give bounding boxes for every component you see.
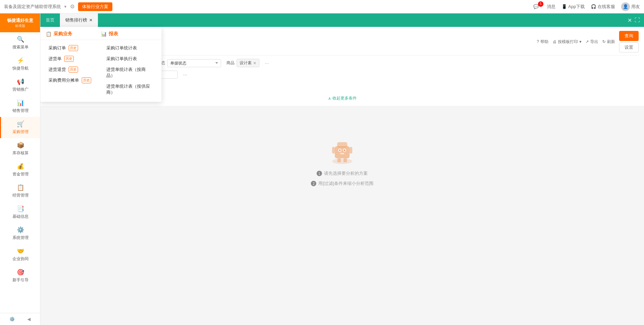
- menu-item-purchase-order[interactable]: 采购订单 历史: [46, 43, 98, 53]
- tab-close-icon[interactable]: ✕: [89, 18, 93, 23]
- top-bar: 装备及固定资产辅助管理系统 ▾ ⚙ 体验行业方案 💬 5 消息 📱 App下载 …: [0, 0, 644, 13]
- svg-rect-1: [335, 146, 350, 158]
- settings-btn[interactable]: 设置: [619, 42, 639, 52]
- query-btn[interactable]: 查询: [619, 31, 639, 41]
- sidebar-label-system: 系统管理: [12, 235, 29, 241]
- svg-point-5: [339, 150, 341, 151]
- collapse-sidebar-icon[interactable]: ◀: [27, 317, 31, 322]
- sidebar-item-collab[interactable]: 🤝 企业协同: [0, 244, 40, 265]
- tab-bar: 首页 销售排行榜 ✕ ✕ ⛶: [40, 13, 644, 27]
- print-dropdown-icon: ▾: [579, 39, 581, 44]
- finance-icon: 💰: [17, 163, 24, 170]
- help-btn[interactable]: ? 帮助: [537, 39, 548, 45]
- system-name: 装备及固定资产辅助管理系统: [4, 4, 61, 10]
- help-label: 帮助: [540, 39, 548, 45]
- menu-item-order-stats[interactable]: 采购订单统计表: [104, 43, 156, 53]
- refresh-btn[interactable]: ↻ 刷新: [602, 39, 615, 45]
- user-item[interactable]: 👤 用友: [621, 2, 640, 11]
- goods-label: 商品: [226, 60, 235, 66]
- goods-tag-close[interactable]: ✕: [253, 61, 256, 66]
- empty-hint-1: 1 请先选择要分析的方案: [317, 170, 368, 176]
- row2-more-dots[interactable]: ···: [183, 72, 187, 77]
- menu-item-incoming-stats-supplier[interactable]: 进货单统计表（按供应商）: [104, 81, 156, 98]
- online-service-item[interactable]: 🎧 在线客服: [591, 4, 615, 10]
- settings-bottom-icon[interactable]: ⚙️: [9, 317, 15, 322]
- return-label: 进货退货: [48, 67, 66, 73]
- menu-item-incoming[interactable]: 进货单 历史: [46, 53, 98, 64]
- sidebar-item-guide[interactable]: 🎯 新手引导: [0, 265, 40, 286]
- top-bar-left: 装备及固定资产辅助管理系统 ▾ ⚙ 体验行业方案: [4, 2, 112, 11]
- print-icon: 🖨: [552, 39, 557, 44]
- report-cat-label: 报表: [109, 31, 118, 37]
- sales-icon: 📊: [17, 99, 24, 107]
- app-download-item[interactable]: 📱 App下载: [562, 4, 585, 10]
- close-window-icon[interactable]: ✕: [628, 17, 632, 24]
- menu-item-expense[interactable]: 采购费用分摊单 历史: [46, 75, 98, 86]
- sidebar-label-inventory: 库存核算: [12, 150, 29, 156]
- inventory-icon: 📦: [17, 141, 24, 149]
- sidebar-item-sales[interactable]: 📊 销售管理: [0, 96, 40, 117]
- empty-text-1: 请先选择要分析的方案: [324, 170, 368, 176]
- svg-rect-11: [344, 158, 347, 162]
- sidebar-item-marketing[interactable]: 📢 营销推广: [0, 75, 40, 96]
- svg-point-0: [332, 159, 352, 164]
- history-badge-1: 历史: [69, 45, 78, 51]
- message-icon-item[interactable]: 💬 5 消息: [533, 4, 556, 10]
- settings-icon[interactable]: ⚙: [70, 3, 75, 10]
- sidebar-item-finance[interactable]: 💰 资金管理: [0, 159, 40, 180]
- dropdown-arrow-icon[interactable]: ▾: [64, 4, 67, 9]
- sidebar-label-management: 经营管理: [12, 193, 29, 198]
- sidebar-item-base[interactable]: 📑 基础信息: [0, 202, 40, 223]
- sidebar-item-purchase[interactable]: 🛒 采购管理: [0, 117, 40, 138]
- sidebar-item-search[interactable]: 🔍 搜索菜单: [0, 32, 40, 53]
- message-label: 消息: [547, 4, 556, 10]
- incoming-label: 进货单: [48, 56, 62, 62]
- logo-sub: 标准版: [15, 24, 25, 28]
- industry-btn[interactable]: 体验行业方案: [78, 2, 112, 11]
- menu-item-incoming-stats-goods[interactable]: 进货单统计表（按商品）: [104, 64, 156, 81]
- export-btn[interactable]: ↗ 导出: [585, 39, 598, 45]
- row1-more-dots[interactable]: ···: [265, 60, 269, 66]
- sidebar-label-collab: 企业协同: [12, 256, 29, 262]
- sidebar-label-nav: 快捷导航: [12, 66, 29, 71]
- menu-item-order-exec[interactable]: 采购订单执行表: [104, 53, 156, 64]
- dropdown-col-report: 采购订单统计表 采购订单执行表 进货单统计表（按商品） 进货单统计表（按供应商）: [101, 43, 159, 98]
- sidebar-item-inventory[interactable]: 📦 库存核算: [0, 138, 40, 159]
- menu-item-return[interactable]: 进货退货 历史: [46, 64, 98, 75]
- online-service-label: 在线客服: [598, 4, 615, 10]
- svg-rect-7: [340, 153, 344, 154]
- history-badge-3: 历史: [69, 67, 78, 73]
- empty-illustration: [325, 133, 359, 166]
- svg-rect-10: [337, 158, 341, 162]
- history-badge-4: 历史: [82, 77, 91, 83]
- svg-point-6: [344, 150, 345, 151]
- tab-sales-ranking-label: 销售排行榜: [65, 17, 87, 23]
- sidebar-item-system[interactable]: ⚙️ 系统管理: [0, 223, 40, 244]
- history-badge-2: 历史: [64, 56, 74, 62]
- svg-rect-8: [332, 147, 335, 154]
- purchase-dropdown-menu: 📋 采购业务 📊 报表 采购订单 历史 进货单 历史: [40, 27, 162, 102]
- sidebar-item-management[interactable]: 📋 经营管理: [0, 180, 40, 202]
- print-btn[interactable]: 🖨 按模板打印 ▾: [552, 39, 581, 45]
- top-bar-right: 💬 5 消息 📱 App下载 🎧 在线客服 👤 用友: [533, 2, 640, 11]
- dropdown-category-report: 📊 报表: [101, 31, 156, 37]
- dropdown-header: 📋 采购业务 📊 报表: [40, 31, 162, 40]
- management-icon: 📋: [17, 184, 24, 191]
- status-select[interactable]: 单据状态: [167, 59, 221, 67]
- base-icon: 📑: [17, 205, 24, 212]
- print-label: 按模板打印: [558, 39, 578, 45]
- purchase-cat-icon: 📋: [46, 31, 51, 37]
- goods-tag: 设计素 ✕: [237, 59, 259, 67]
- user-label: 用友: [631, 4, 640, 10]
- refresh-icon: ↻: [602, 39, 606, 44]
- fullscreen-icon[interactable]: ⛶: [635, 17, 640, 23]
- empty-text-2: 用[过滤]条件来缩小分析范围: [318, 180, 373, 187]
- sidebar-label-sales: 销售管理: [12, 108, 29, 114]
- empty-hint-2: 2 用[过滤]条件来缩小分析范围: [311, 180, 373, 187]
- sidebar-bottom: ⚙️ ◀: [0, 313, 40, 325]
- sidebar-label-search: 搜索菜单: [12, 44, 29, 50]
- incoming-stats-supplier-label: 进货单统计表（按供应商）: [106, 83, 153, 95]
- tab-sales-ranking[interactable]: 销售排行榜 ✕: [60, 13, 98, 27]
- sidebar-item-nav[interactable]: ⚡ 快捷导航: [0, 53, 40, 75]
- tab-home[interactable]: 首页: [40, 13, 60, 27]
